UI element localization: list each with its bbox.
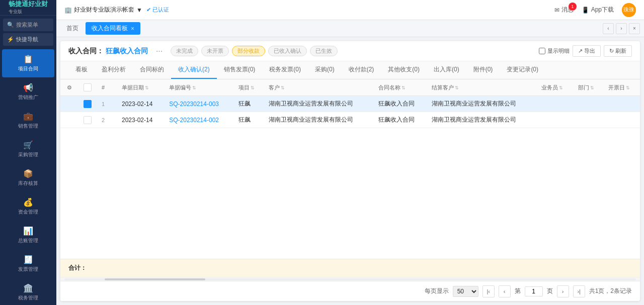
status-btn-3[interactable]: 已收入确认 [268, 46, 307, 56]
project-icon: 📋 [23, 54, 33, 64]
status-btn-1[interactable]: 未开票 [201, 46, 229, 56]
row-contract-1: 狂飙收入合同 [373, 112, 427, 128]
tab-close-all-button[interactable]: × [629, 23, 640, 34]
sub-tab-8[interactable]: 其他收支(0) [381, 61, 427, 79]
sub-tab-9[interactable]: 出入库(0) [427, 61, 466, 79]
table-row: 2 2023-02-14 SQ-20230214-002 狂飙 湖南卫视商业运营… [60, 112, 640, 128]
row-date-1: 2023-02-14 [117, 112, 164, 128]
status-btn-4[interactable]: 已生效 [310, 46, 338, 56]
settings-col-icon[interactable]: ⚙ [67, 84, 72, 90]
row-project-0: 狂飙 [233, 96, 264, 112]
first-page-button[interactable]: |‹ [482, 285, 495, 297]
settings-column-header: ⚙ [60, 79, 78, 96]
checkbox-column-header [78, 79, 97, 96]
row-docno-0[interactable]: SQ-20230214-003 [164, 96, 233, 112]
sidebar-item-marketing[interactable]: 📢 营销推广 [2, 78, 54, 106]
message-badge: 1 [569, 3, 577, 11]
scroll-thumb[interactable] [105, 278, 205, 280]
quick-nav-button[interactable]: ⚡ 快捷导航 [3, 33, 53, 46]
app-download-button[interactable]: 📱 App下载 [582, 6, 614, 14]
date-sort-icon[interactable]: ⇅ [145, 85, 149, 90]
page-unit: 页 [547, 287, 553, 295]
row-num-1: 2 [97, 112, 117, 128]
topbar: 🏢 好业财专业版演示帐套 ▼ ✔ 已认证 ✉ 消息 1 📱 App下载 珠珠 [56, 0, 644, 20]
next-page-button[interactable]: › [557, 285, 569, 297]
user-avatar[interactable]: 珠珠 [622, 3, 636, 17]
sub-tab-1[interactable]: 盈利分析 [95, 61, 133, 79]
more-options-icon[interactable]: ··· [156, 47, 163, 56]
show-detail-checkbox[interactable]: 显示明细 [539, 47, 570, 55]
tab-next-button[interactable]: › [616, 23, 627, 34]
customer-column-header: 客户⇅ [264, 79, 373, 96]
sub-tab-7[interactable]: 收付款(2) [342, 61, 381, 79]
main-content: 🏢 好业财专业版演示帐套 ▼ ✔ 已认证 ✉ 消息 1 📱 App下载 珠珠 [56, 0, 644, 305]
status-btn-0[interactable]: 未完成 [171, 46, 198, 56]
sub-tab-2[interactable]: 合同标的 [133, 61, 171, 79]
invoicedate-sort-icon[interactable]: ⇅ [626, 85, 630, 90]
row-invoice-date-0 [603, 96, 640, 112]
sidebar-item-tax[interactable]: 🏛️ 税务管理 [2, 278, 54, 305]
table-header: ⚙ # 单据日期⇅ 单据编号⇅ 项目⇅ 客户⇅ 合同名称⇅ 结算客户⇅ 业务员⇅ [60, 79, 640, 96]
page-title: 收入合同： 狂飙收入合同 [68, 47, 148, 56]
settle-sort-icon[interactable]: ⇅ [455, 85, 459, 90]
project-label: 项目合同 [18, 65, 38, 72]
row-checkbox-1[interactable] [78, 112, 97, 128]
sidebar-item-inventory[interactable]: 📦 库存核算 [2, 164, 54, 192]
docno-sort-icon[interactable]: ⇅ [192, 85, 196, 90]
row-project-1: 狂飙 [233, 112, 264, 128]
per-page-label: 每页显示 [425, 287, 449, 295]
avatar-label: 珠珠 [623, 6, 634, 14]
sidebar-item-sales[interactable]: 💼 销售管理 [2, 107, 54, 135]
scroll-track [64, 278, 636, 280]
per-page-select[interactable]: 50 20 100 200 [453, 286, 478, 297]
phone-icon: 📱 [582, 7, 589, 14]
dept-column-header: 部门⇅ [573, 79, 603, 96]
salesperson-sort-icon[interactable]: ⇅ [559, 85, 563, 90]
row-docno-1[interactable]: SQ-20230214-002 [164, 112, 233, 128]
sub-tab-6[interactable]: 采购(0) [308, 61, 342, 79]
sidebar-item-invoice[interactable]: 🧾 发票管理 [2, 250, 54, 278]
tab-home[interactable]: 首页 [60, 22, 85, 35]
sub-tab-11[interactable]: 变更记录(0) [500, 61, 545, 79]
status-btn-2[interactable]: 部分收款 [232, 46, 265, 56]
sub-tab-5[interactable]: 税务发票(0) [262, 61, 308, 79]
invoice-icon: 🧾 [23, 255, 33, 264]
sidebar-item-purchase[interactable]: 🛒 采购管理 [2, 135, 54, 163]
customer-sort-icon[interactable]: ⇅ [281, 85, 285, 90]
contract-sort-icon[interactable]: ⇅ [401, 85, 406, 90]
sidebar-item-funds[interactable]: 💰 资金管理 [2, 192, 54, 221]
tab-prev-button[interactable]: ‹ [603, 23, 614, 34]
select-all-checkbox[interactable] [84, 83, 92, 91]
row-setting-1 [60, 112, 78, 128]
status-buttons: 未完成未开票部分收款已收入确认已生效 [171, 46, 338, 56]
row-dept-0 [573, 96, 603, 112]
company-selector[interactable]: 🏢 好业财专业版演示帐套 ▼ [64, 6, 142, 14]
sub-tab-0[interactable]: 看板 [68, 61, 95, 79]
project-sort-icon[interactable]: ⇅ [251, 85, 255, 90]
last-page-button[interactable]: ›| [573, 285, 585, 297]
sub-tab-3[interactable]: 收入确认(2) [171, 61, 217, 79]
show-detail-input[interactable] [539, 48, 545, 54]
export-button[interactable]: ↗ 导出 [573, 45, 601, 57]
funds-label: 资金管理 [18, 209, 38, 216]
tab-close-icon[interactable]: × [131, 25, 134, 32]
tab-income-contract[interactable]: 收入合同看板 × [86, 22, 140, 35]
tabbar-navigation: ‹ › × [603, 23, 640, 34]
row-customer-0: 湖南卫视商业运营发展有限公司 [264, 96, 373, 112]
search-menu-button[interactable]: 🔍 搜索菜单 [3, 19, 53, 31]
total-info: 共1页，2条记录 [589, 287, 632, 295]
dept-sort-icon[interactable]: ⇅ [590, 85, 594, 90]
company-name: 好业财专业版演示帐套 [74, 6, 134, 14]
sidebar-item-general[interactable]: 📊 总账管理 [2, 221, 54, 249]
row-checkbox-0[interactable] [78, 96, 97, 112]
sub-tab-4[interactable]: 销售发票(0) [217, 61, 263, 79]
app-download-label: App下载 [591, 6, 614, 14]
page-number-input[interactable] [525, 286, 543, 296]
general-icon: 📊 [23, 226, 33, 236]
prev-page-button[interactable]: ‹ [499, 285, 511, 297]
sidebar-item-project[interactable]: 📋 项目合同 [2, 49, 54, 77]
message-button[interactable]: ✉ 消息 1 [554, 6, 574, 14]
refresh-button[interactable]: ↻ 刷新 [604, 45, 632, 57]
table-body: 1 2023-02-14 SQ-20230214-003 狂飙 湖南卫视商业运营… [60, 96, 640, 128]
sub-tab-10[interactable]: 附件(0) [466, 61, 500, 79]
